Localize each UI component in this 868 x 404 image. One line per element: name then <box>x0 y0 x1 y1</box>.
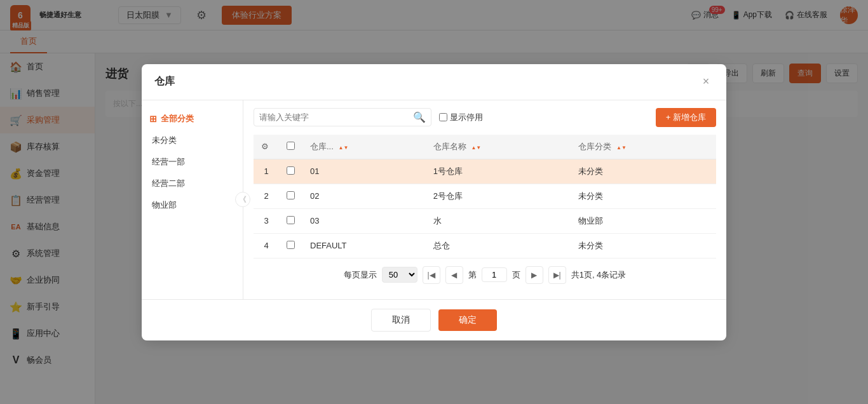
row-checkbox[interactable] <box>279 159 302 184</box>
modal-body: ⊞ 全部分类 《 未分类 经营一部 经营二部 物业部 <box>142 100 726 299</box>
modal-close-button[interactable]: × <box>698 74 714 90</box>
th-checkbox[interactable] <box>279 135 302 159</box>
prev-page-button[interactable]: ◀ <box>445 266 463 284</box>
first-page-button[interactable]: |◀ <box>423 266 440 284</box>
table-toolbar: 🔍 显示停用 + 新增仓库 <box>254 108 716 127</box>
row-category: 未分类 <box>571 233 716 258</box>
th-settings[interactable]: ⚙ <box>254 135 279 159</box>
show-disabled-label[interactable]: 显示停用 <box>439 112 483 123</box>
next-page-button[interactable]: ▶ <box>526 266 543 284</box>
row-checkbox[interactable] <box>279 184 302 208</box>
collapse-button[interactable]: 《 <box>235 192 250 207</box>
th-category[interactable]: 仓库分类 ▲▼ <box>571 135 716 159</box>
confirm-button[interactable]: 确定 <box>438 309 497 331</box>
row-checkbox[interactable] <box>279 208 302 233</box>
search-icon: 🔍 <box>413 111 426 123</box>
row-name: 水 <box>426 208 571 233</box>
category-item-ops1[interactable]: 经营一部 <box>142 151 243 173</box>
th-name[interactable]: 仓库名称 ▲▼ <box>426 135 571 159</box>
category-all-label: 全部分类 <box>161 113 194 125</box>
page-number-input[interactable] <box>482 267 507 282</box>
page-label: 第 <box>468 269 477 281</box>
row-num: 1 <box>254 159 279 184</box>
row-name: 总仓 <box>426 233 571 258</box>
category-item-property[interactable]: 物业部 <box>142 194 243 216</box>
search-input[interactable] <box>259 112 413 122</box>
category-header[interactable]: ⊞ 全部分类 <box>142 108 243 130</box>
modal-overlay: 仓库 × ⊞ 全部分类 《 未分类 经营一部 经营二部 <box>0 0 868 404</box>
total-info: 共1页, 4条记录 <box>571 269 627 281</box>
row-num: 3 <box>254 208 279 233</box>
table-row[interactable]: 2 02 2号仓库 未分类 <box>254 184 716 208</box>
row-num: 2 <box>254 184 279 208</box>
warehouse-table: ⚙ 仓库... ▲▼ 仓库名称 ▲▼ <box>254 135 716 259</box>
row-checkbox[interactable] <box>279 233 302 258</box>
select-all-checkbox[interactable] <box>287 142 295 150</box>
warehouse-modal: 仓库 × ⊞ 全部分类 《 未分类 经营一部 经营二部 <box>142 64 726 340</box>
show-disabled-checkbox[interactable] <box>439 113 447 121</box>
last-page-button[interactable]: ▶| <box>548 266 566 284</box>
row-num: 4 <box>254 233 279 258</box>
category-sidebar: ⊞ 全部分类 《 未分类 经营一部 经营二部 物业部 <box>142 100 243 299</box>
table-row[interactable]: 4 DEFAULT 总仓 未分类 <box>254 233 716 258</box>
pagination: 每页显示 50 100 |◀ ◀ 第 页 ▶ ▶| 共1页, 4条记录 <box>254 259 716 292</box>
page-unit-label: 页 <box>512 269 520 281</box>
category-item-ops2[interactable]: 经营二部 <box>142 173 243 194</box>
search-input-wrap[interactable]: 🔍 <box>254 108 431 126</box>
sort-name-icon: ▲▼ <box>471 145 481 151</box>
table-area: 🔍 显示停用 + 新增仓库 ⚙ <box>243 100 726 299</box>
modal-title: 仓库 <box>154 75 175 88</box>
sort-code-icon: ▲▼ <box>338 145 348 151</box>
modal-footer: 取消 确定 <box>142 299 726 340</box>
row-name: 2号仓库 <box>426 184 571 208</box>
grid-icon: ⊞ <box>149 114 157 124</box>
page-size-select[interactable]: 50 100 <box>382 267 417 283</box>
row-category: 物业部 <box>571 208 716 233</box>
row-category: 未分类 <box>571 159 716 184</box>
row-code: DEFAULT <box>302 233 426 258</box>
per-page-label: 每页显示 <box>344 269 377 281</box>
row-name: 1号仓库 <box>426 159 571 184</box>
category-item-unclassified[interactable]: 未分类 <box>142 130 243 151</box>
table-row[interactable]: 3 03 水 物业部 <box>254 208 716 233</box>
table-row[interactable]: 1 01 1号仓库 未分类 <box>254 159 716 184</box>
row-code: 01 <box>302 159 426 184</box>
row-code: 02 <box>302 184 426 208</box>
row-category: 未分类 <box>571 184 716 208</box>
th-code[interactable]: 仓库... ▲▼ <box>302 135 426 159</box>
modal-header: 仓库 × <box>142 64 726 100</box>
add-warehouse-button[interactable]: + 新增仓库 <box>656 108 716 127</box>
row-code: 03 <box>302 208 426 233</box>
cancel-button[interactable]: 取消 <box>371 309 431 332</box>
sort-category-icon: ▲▼ <box>616 145 627 151</box>
